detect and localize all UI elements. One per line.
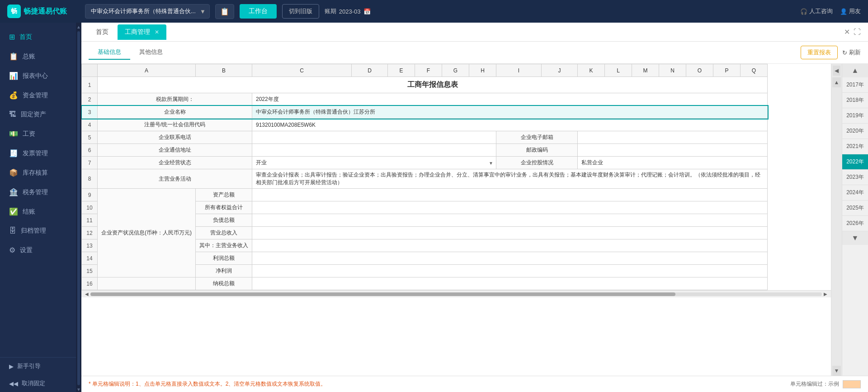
sidebar-item-unpin[interactable]: ◀◀ 取消固定 bbox=[0, 375, 76, 392]
sub-tab-basic[interactable]: 基础信息 bbox=[89, 45, 130, 60]
biz-status-value[interactable]: 开业 ▼ bbox=[252, 157, 496, 169]
liability-value[interactable] bbox=[252, 214, 768, 227]
table-row: 2 税款所属期间： 2022年度 bbox=[82, 93, 768, 106]
col-header-i: I bbox=[496, 64, 542, 77]
main-biz-label: 主营业务活动 bbox=[98, 169, 252, 189]
company-name: 中审众环会计师事务所（特殊普通合伙... bbox=[91, 7, 196, 15]
row-num-11: 11 bbox=[82, 214, 98, 227]
year-item-2021年[interactable]: 2021年 bbox=[842, 139, 868, 154]
sidebar-item-setting[interactable]: ⚙设置 bbox=[0, 240, 76, 260]
sidebar-item-guide[interactable]: ▶ 新手引导 bbox=[0, 358, 76, 375]
equity-label: 所有者权益合计 bbox=[196, 201, 252, 214]
expand-panel-icon[interactable]: ⛶ bbox=[854, 28, 861, 36]
asset-total-value[interactable] bbox=[252, 189, 768, 201]
year-item-2022年[interactable]: 2022年 bbox=[842, 154, 868, 170]
sidebar-item-inventory[interactable]: 📦库存核算 bbox=[0, 163, 76, 182]
year-item-2023年[interactable]: 2023年 bbox=[842, 170, 868, 185]
period-value-cell[interactable]: 2022年度 bbox=[252, 93, 768, 106]
year-item-2017年[interactable]: 2017年 bbox=[842, 77, 868, 93]
main-revenue-value[interactable] bbox=[252, 239, 768, 252]
header-right: 🎧 人工咨询 👤 用友 bbox=[800, 7, 861, 15]
workbench-button[interactable]: 工作台 bbox=[240, 4, 277, 19]
sidebar-item-tax[interactable]: 🏦税务管理 bbox=[0, 182, 76, 202]
sidebar-icon-asset: 🏗 bbox=[9, 110, 16, 119]
year-nav-up-button[interactable]: ▲ bbox=[842, 64, 868, 77]
sidebar-item-archive[interactable]: 🗄归档管理 bbox=[0, 221, 76, 240]
logo-text: 畅捷通易代账 bbox=[24, 7, 67, 16]
equity-value[interactable] bbox=[252, 201, 768, 214]
row-num-7: 7 bbox=[82, 157, 98, 169]
year-item-2025年[interactable]: 2025年 bbox=[842, 201, 868, 216]
close-panel-icon[interactable]: ✕ bbox=[844, 28, 850, 36]
row-num-14: 14 bbox=[82, 252, 98, 265]
table-container[interactable]: A B C D E F G H I J K L M bbox=[81, 64, 831, 376]
sidebar-item-home[interactable]: ⊞首页 bbox=[0, 27, 76, 47]
phone-value[interactable] bbox=[252, 131, 496, 144]
tax-total-value[interactable] bbox=[252, 277, 768, 290]
revenue-total-value[interactable] bbox=[252, 227, 768, 239]
user-icon: 👤 bbox=[840, 8, 847, 15]
main-biz-value[interactable]: 审查企业会计报表；出具审计报告；验证企业资本；出具验资报告；办理企业合并、分立、… bbox=[252, 169, 768, 189]
calendar-icon[interactable]: 📅 bbox=[363, 8, 371, 15]
email-value[interactable] bbox=[578, 131, 768, 144]
sidebar-item-asset[interactable]: 🏗固定资产 bbox=[0, 105, 76, 124]
company-name-value[interactable]: 中审众环会计师事务所（特殊普通合伙）江苏分所 bbox=[252, 106, 768, 119]
sidebar-label-fund: 资金管理 bbox=[23, 91, 48, 100]
sub-tab-other[interactable]: 其他信息 bbox=[130, 45, 172, 60]
col-header-l: L bbox=[605, 64, 632, 77]
net-profit-value[interactable] bbox=[252, 265, 768, 277]
scroll-left-icon[interactable]: ◀ bbox=[83, 292, 90, 296]
year-item-2026年[interactable]: 2026年 bbox=[842, 216, 868, 231]
row-num-13: 13 bbox=[82, 239, 98, 252]
sidebar-label-home: 首页 bbox=[19, 33, 32, 41]
tab-home[interactable]: 首页 bbox=[89, 24, 116, 40]
postal-value[interactable] bbox=[578, 144, 768, 157]
sidebar-item-invoice[interactable]: 🧾发票管理 bbox=[0, 143, 76, 163]
col-header-c: C bbox=[252, 64, 352, 77]
user-menu[interactable]: 👤 用友 bbox=[840, 7, 861, 15]
reset-table-button[interactable]: 重置报表 bbox=[801, 46, 838, 59]
sidebar-scroll-up[interactable]: ▲ bbox=[76, 24, 81, 29]
year-nav-down-button[interactable]: ▼ bbox=[842, 231, 868, 245]
sidebar-item-fund[interactable]: 💰资金管理 bbox=[0, 86, 76, 105]
sidebar-icon-fund: 💰 bbox=[9, 91, 18, 100]
service-button[interactable]: 🎧 人工咨询 bbox=[800, 7, 833, 15]
sidebar-item-ledger[interactable]: 📋总账 bbox=[0, 47, 76, 66]
sidebar-label-report: 报表中心 bbox=[23, 72, 48, 80]
sidebar-item-settle[interactable]: ✅结账 bbox=[0, 202, 76, 221]
table-row: 1 工商年报信息表 bbox=[82, 77, 768, 93]
year-item-2019年[interactable]: 2019年 bbox=[842, 108, 868, 124]
holding-value[interactable]: 私营企业 bbox=[578, 157, 768, 169]
refresh-button[interactable]: ↻ 刷新 bbox=[842, 48, 861, 57]
scroll-track[interactable] bbox=[90, 292, 822, 296]
table-row: 16 纳税总额 bbox=[82, 277, 768, 290]
reg-value[interactable]: 91320100MA208E5W6K bbox=[252, 119, 768, 131]
sidebar-label-asset: 固定资产 bbox=[21, 110, 46, 119]
tab-close-icon[interactable]: ✕ bbox=[155, 29, 159, 35]
sidebar-item-wage[interactable]: 💵工资 bbox=[0, 124, 76, 143]
sidebar-label-tax: 税务管理 bbox=[23, 188, 48, 196]
profit-total-value[interactable] bbox=[252, 252, 768, 265]
sidebar-scrollbar: ▲ ▼ bbox=[76, 23, 81, 392]
company-selector[interactable]: 中审众环会计师事务所（特殊普通合伙... ▼ bbox=[85, 4, 210, 19]
sidebar-item-report[interactable]: 📊报表中心 bbox=[0, 66, 76, 86]
year-item-2018年[interactable]: 2018年 bbox=[842, 93, 868, 108]
sub-tab-other-label: 其他信息 bbox=[139, 48, 163, 55]
col-header-h: H bbox=[469, 64, 496, 77]
switch-version-button[interactable]: 切到旧版 bbox=[282, 4, 319, 19]
year-item-2020年[interactable]: 2020年 bbox=[842, 124, 868, 139]
tab-industry[interactable]: 工商管理 ✕ bbox=[118, 24, 166, 40]
sub-tab-basic-label: 基础信息 bbox=[98, 48, 121, 55]
main-layout: ⊞首页📋总账📊报表中心💰资金管理🏗固定资产💵工资🧾发票管理📦库存核算🏦税务管理✅… bbox=[0, 23, 868, 392]
address-value[interactable] bbox=[252, 144, 496, 157]
title-cell[interactable]: 工商年报信息表 bbox=[98, 77, 768, 93]
copy-button[interactable]: 📋 bbox=[215, 4, 234, 19]
year-item-2024年[interactable]: 2024年 bbox=[842, 185, 868, 201]
horizontal-scrollbar[interactable]: ◀ ▶ bbox=[81, 290, 831, 297]
sidebar-scroll-down[interactable]: ▼ bbox=[76, 387, 81, 392]
collapse-down-button[interactable]: ▼ bbox=[832, 366, 841, 376]
collapse-left-button[interactable]: ◀ bbox=[833, 66, 840, 76]
liability-label: 负债总额 bbox=[196, 214, 252, 227]
scroll-right-icon[interactable]: ▶ bbox=[822, 292, 829, 296]
collapse-up-button[interactable]: ▲ bbox=[832, 77, 841, 87]
